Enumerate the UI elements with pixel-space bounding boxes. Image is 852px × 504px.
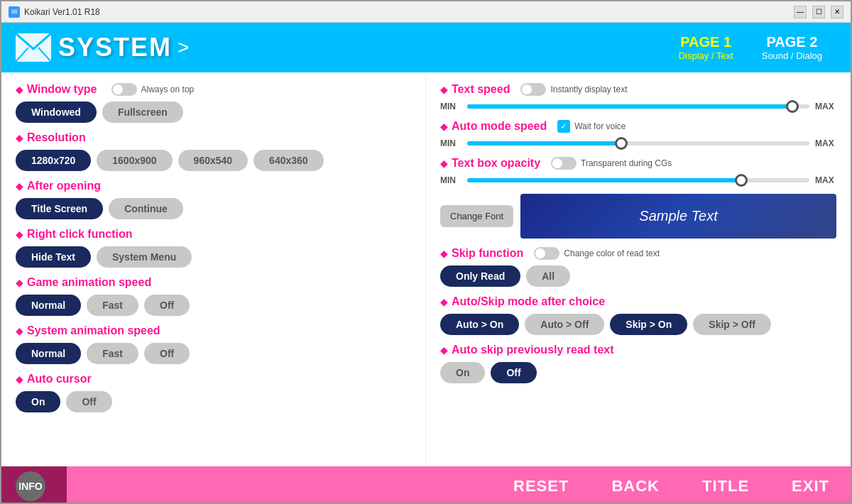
wait-voice-checkbox[interactable]: ✓ [557, 120, 570, 133]
maximize-button[interactable]: ☐ [812, 6, 825, 18]
system-menu-button[interactable]: System Menu [97, 246, 192, 268]
textbox-opacity-section: ◆ Text box opacity Transparent during CG… [440, 157, 836, 185]
reset-button[interactable]: RESET [492, 466, 590, 504]
only-read-button[interactable]: Only Read [440, 265, 520, 287]
right-click-buttons: Hide Text System Menu [16, 246, 411, 268]
sys-anim-buttons: Normal Fast Off [16, 343, 411, 364]
text-speed-title-row: ◆ Text speed Instantly display text [440, 83, 836, 96]
info-section: INFO [1, 466, 67, 504]
envelope-icon [16, 33, 51, 62]
right-panel: ◆ Text speed Instantly display text MIN … [426, 72, 851, 466]
window-type-buttons: Windowed Fullscreen [16, 102, 411, 123]
after-opening-label: After opening [27, 180, 101, 192]
left-panel: ◆ Window type Always on top Windowed Ful… [1, 72, 426, 466]
game-fast-button[interactable]: Fast [87, 295, 138, 316]
text-speed-fill [467, 104, 792, 109]
header: SYSTEM > PAGE 1 Display / Text PAGE 2 So… [1, 23, 851, 72]
diamond-icon: ◆ [440, 158, 448, 169]
auto-on-button[interactable]: Auto > On [440, 314, 519, 335]
res1280-button[interactable]: 1280x720 [16, 150, 91, 171]
title-screen-button[interactable]: Title Screen [16, 198, 103, 219]
after-opening-buttons: Title Screen Continue [16, 198, 411, 219]
transparent-cg-switch[interactable] [551, 157, 577, 170]
always-on-top-switch[interactable] [111, 83, 137, 96]
textbox-opacity-slider-row: MIN MAX [440, 175, 836, 185]
res960-button[interactable]: 960x540 [178, 150, 248, 171]
cursor-off-button[interactable]: Off [66, 391, 111, 412]
hide-text-button[interactable]: Hide Text [16, 246, 91, 268]
diamond-icon: ◆ [16, 229, 23, 240]
textbox-opacity-thumb [735, 174, 748, 187]
window-type-section: ◆ Window type Always on top Windowed Ful… [16, 83, 411, 123]
cursor-on-button[interactable]: On [16, 391, 60, 412]
chevron-icon: > [178, 36, 189, 59]
resolution-title-row: ◆ Resolution [16, 131, 411, 144]
right-click-title-row: ◆ Right click function [16, 228, 411, 241]
after-opening-section: ◆ After opening Title Screen Continue [16, 180, 411, 219]
back-button[interactable]: BACK [590, 466, 681, 504]
textbox-opacity-label: Text box opacity [452, 157, 540, 170]
exit-button[interactable]: EXIT [770, 466, 851, 504]
read-on-button[interactable]: On [440, 362, 485, 383]
auto-cursor-title-row: ◆ Auto cursor [16, 373, 411, 385]
textbox-opacity-track[interactable] [467, 178, 809, 182]
skip-on-button[interactable]: Skip > On [610, 314, 687, 335]
auto-mode-slider-row: MIN MAX [440, 138, 836, 148]
auto-off-button[interactable]: Auto > Off [525, 314, 604, 335]
window-type-label: Window type [27, 83, 97, 96]
skip-function-section: ◆ Skip function Change color of read tex… [440, 247, 836, 287]
skip-off-button[interactable]: Skip > Off [693, 314, 771, 335]
skip-function-title-row: ◆ Skip function Change color of read tex… [440, 247, 836, 260]
text-speed-slider-row: MIN MAX [440, 102, 836, 111]
auto-mode-min: MIN [440, 138, 462, 148]
auto-skip-choice-title-row: ◆ Auto/Skip mode after choice [440, 295, 836, 308]
game-normal-button[interactable]: Normal [16, 295, 81, 316]
page-title: SYSTEM [58, 33, 172, 62]
continue-button[interactable]: Continue [109, 198, 183, 219]
auto-mode-track[interactable] [467, 141, 809, 146]
auto-mode-max: MAX [815, 138, 836, 148]
sys-fast-button[interactable]: Fast [87, 343, 138, 364]
wait-voice-text: Wait for voice [574, 121, 626, 131]
game-off-button[interactable]: Off [144, 295, 190, 316]
change-color-toggle: Change color of read text [534, 247, 660, 260]
sys-normal-button[interactable]: Normal [16, 343, 81, 364]
diamond-icon: ◆ [440, 248, 448, 259]
change-color-switch[interactable] [534, 247, 559, 260]
auto-cursor-section: ◆ Auto cursor On Off [16, 373, 411, 412]
res1600-button[interactable]: 1600x900 [97, 150, 172, 171]
tab-page1[interactable]: PAGE 1 Display / Text [665, 28, 748, 67]
windowed-button[interactable]: Windowed [16, 102, 97, 123]
all-button[interactable]: All [526, 265, 570, 287]
info-button[interactable]: INFO [16, 471, 45, 501]
right-click-section: ◆ Right click function Hide Text System … [16, 228, 411, 268]
auto-skip-read-title-row: ◆ Auto skip previously read text [440, 344, 836, 356]
diamond-icon: ◆ [16, 84, 23, 95]
close-button[interactable]: ✕ [831, 6, 843, 18]
minimize-button[interactable]: — [794, 6, 807, 18]
fullscreen-button[interactable]: Fullscreen [102, 102, 183, 123]
text-speed-label: Text speed [452, 83, 510, 96]
tab-page2[interactable]: PAGE 2 Sound / Dialog [748, 28, 836, 67]
resolution-section: ◆ Resolution 1280x720 1600x900 960x540 6… [16, 131, 411, 171]
auto-mode-thumb [615, 137, 628, 150]
transparent-cg-text: Transparent during CGs [581, 158, 672, 168]
titlebar: ✉ Koikari Ver1.01 R18 — ☐ ✕ [1, 1, 851, 23]
sys-off-button[interactable]: Off [144, 343, 190, 364]
change-font-button[interactable]: Change Font [440, 205, 513, 227]
text-speed-min: MIN [440, 102, 462, 111]
res640-button[interactable]: 640x360 [253, 150, 324, 171]
instantly-switch[interactable] [520, 83, 546, 96]
text-speed-track[interactable] [467, 104, 809, 109]
game-anim-title-row: ◆ Game animation speed [16, 276, 411, 289]
textbox-opacity-max: MAX [815, 175, 836, 185]
after-opening-title-row: ◆ After opening [16, 180, 411, 192]
app-icon: ✉ [9, 6, 20, 18]
instantly-toggle: Instantly display text [520, 83, 627, 96]
read-off-button[interactable]: Off [491, 362, 536, 383]
footer: INFO RESET BACK TITLE EXIT [1, 466, 851, 504]
title-button[interactable]: TITLE [681, 466, 770, 504]
auto-skip-read-buttons: On Off [440, 362, 836, 383]
diamond-icon: ◆ [16, 132, 23, 143]
auto-mode-fill [467, 141, 621, 146]
